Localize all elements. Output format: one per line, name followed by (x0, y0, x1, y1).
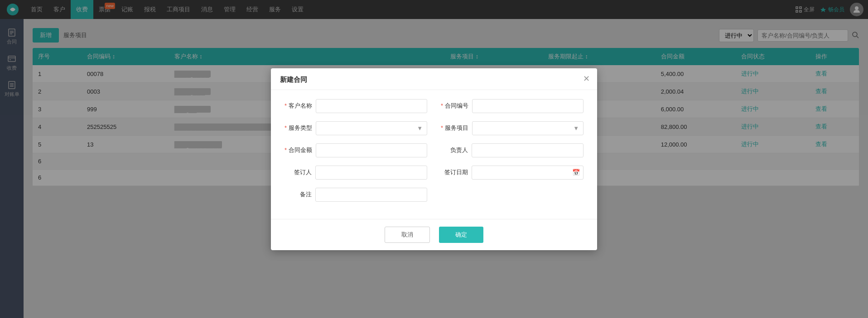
customer-name-label: 客户名称 (285, 102, 312, 110)
contract-amount-input[interactable]: 0.00 (316, 143, 427, 157)
contract-no-input[interactable] (472, 99, 583, 113)
form-group-sign-date: 签订日期 2023-06-06 📅 (441, 166, 583, 180)
modal-overlay: 新建合同 ✕ 客户名称 合同编号 服务类型 ▼ (0, 0, 868, 318)
form-group-signer: 签订人 (285, 166, 427, 180)
form-row-5: 备注 (285, 188, 583, 202)
confirm-button[interactable]: 确定 (439, 227, 483, 243)
form-row-1: 客户名称 合同编号 (285, 99, 583, 113)
service-type-select-wrapper: ▼ (316, 121, 427, 135)
responsible-person-label: 负责人 (441, 146, 468, 154)
service-type-select[interactable] (316, 121, 427, 135)
contract-no-label: 合同编号 (441, 102, 468, 110)
responsible-person-input[interactable] (472, 143, 583, 157)
service-type-label: 服务类型 (285, 124, 312, 132)
form-group-contract-no: 合同编号 (441, 99, 583, 113)
signer-label: 签订人 (285, 168, 312, 176)
form-group-service-item: 服务项目 ▼ (441, 121, 583, 135)
calendar-icon[interactable]: 📅 (572, 169, 580, 176)
customer-name-input[interactable] (316, 99, 427, 113)
sign-date-wrapper: 2023-06-06 📅 (472, 166, 583, 180)
form-row-4: 签订人 签订日期 2023-06-06 📅 (285, 166, 583, 180)
form-group-customer: 客户名称 (285, 99, 427, 113)
sign-date-label: 签订日期 (441, 168, 468, 176)
modal-body: 客户名称 合同编号 服务类型 ▼ 服务项目 (271, 90, 597, 219)
form-group-remark: 备注 (285, 188, 427, 202)
service-item-label: 服务项目 (441, 124, 468, 132)
form-row-3: 合同金额 0.00 负责人 (285, 143, 583, 157)
modal-close-button[interactable]: ✕ (583, 75, 590, 83)
service-item-select[interactable] (472, 121, 583, 135)
form-row-2: 服务类型 ▼ 服务项目 ▼ (285, 121, 583, 135)
service-item-select-wrapper: ▼ (472, 121, 583, 135)
modal-footer: 取消 确定 (271, 219, 597, 250)
form-group-responsible: 负责人 (441, 143, 583, 157)
form-group-service-type: 服务类型 ▼ (285, 121, 427, 135)
remark-input[interactable] (315, 188, 427, 202)
sign-date-input[interactable]: 2023-06-06 (472, 166, 583, 180)
signer-input[interactable] (315, 166, 427, 180)
form-group-amount: 合同金额 0.00 (285, 143, 427, 157)
new-contract-modal: 新建合同 ✕ 客户名称 合同编号 服务类型 ▼ (271, 68, 597, 250)
remark-label: 备注 (285, 190, 312, 199)
cancel-button[interactable]: 取消 (385, 227, 430, 243)
modal-title: 新建合同 (271, 68, 597, 90)
contract-amount-label: 合同金额 (285, 146, 312, 154)
